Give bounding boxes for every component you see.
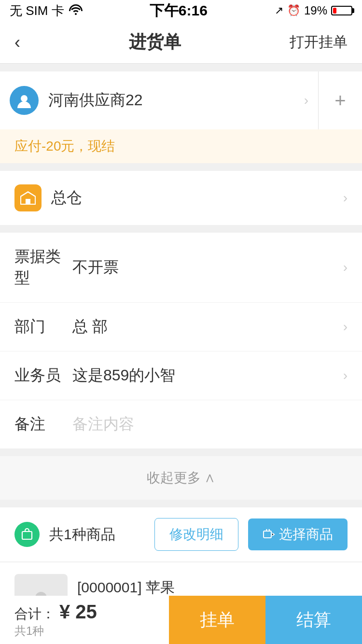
hang-button[interactable]: 挂单 — [169, 596, 265, 644]
invoice-chevron: › — [343, 260, 348, 275]
department-label: 部门 — [14, 316, 72, 337]
page-title: 进货单 — [129, 30, 181, 54]
product-name: [0000001] 苹果 — [77, 578, 323, 598]
supplier-section: 河南供应商22 › + 应付-20元，现结 — [0, 71, 362, 163]
remark-placeholder[interactable]: 备注内容 — [72, 414, 348, 435]
svg-rect-1 — [26, 199, 30, 205]
salesman-label: 业务员 — [14, 365, 72, 386]
battery-percent: 19% — [304, 4, 327, 17]
total-amount: ¥ 25 — [59, 601, 97, 622]
invoice-value: 不开票 — [72, 257, 343, 278]
warehouse-chevron: › — [343, 190, 348, 206]
network-label: 无 SIM 卡 — [10, 2, 64, 19]
alarm-icon: ⏰ — [287, 4, 300, 17]
open-hang-button[interactable]: 打开挂单 — [290, 32, 348, 52]
add-supplier-button[interactable]: + — [319, 71, 362, 129]
department-row[interactable]: 部门 总 部 › — [0, 303, 362, 351]
total-count: 共1种 — [14, 623, 154, 639]
department-chevron: › — [343, 319, 348, 335]
products-count: 共1种商品 — [49, 525, 145, 545]
status-left: 无 SIM 卡 — [10, 2, 83, 19]
salesman-value: 这是859的小智 — [72, 365, 343, 386]
warehouse-name: 总仓 — [51, 187, 343, 209]
products-header: 共1种商品 修改明细 选择商品 — [0, 507, 362, 561]
supplier-main[interactable]: 河南供应商22 › — [0, 71, 319, 129]
invoice-row[interactable]: 票据类型 不开票 › — [0, 233, 362, 303]
supplier-chevron: › — [304, 93, 308, 108]
warehouse-section: 总仓 › — [0, 171, 362, 225]
products-icon — [14, 522, 40, 547]
battery-icon — [331, 6, 352, 15]
total-section: 合计： ¥ 25 共1种 — [0, 601, 169, 639]
remark-row[interactable]: 备注 备注内容 — [0, 400, 362, 448]
warehouse-icon — [14, 184, 42, 211]
back-button[interactable]: ‹ — [14, 32, 20, 53]
bottom-bar: 合计： ¥ 25 共1种 挂单 结算 — [0, 596, 362, 644]
supplier-name: 河南供应商22 — [48, 90, 304, 111]
collapse-label: 收起更多 ∧ — [147, 469, 216, 487]
supplier-avatar — [10, 86, 39, 115]
status-bar: 无 SIM 卡 下午6:16 ↗ ⏰ 19% — [0, 0, 362, 21]
invoice-label: 票据类型 — [14, 246, 72, 289]
remark-label: 备注 — [14, 414, 72, 435]
location-icon: ↗ — [275, 4, 283, 17]
warehouse-row[interactable]: 总仓 › — [0, 171, 362, 225]
status-right: ↗ ⏰ 19% — [275, 4, 352, 17]
salesman-chevron: › — [343, 368, 348, 383]
wifi-icon — [69, 3, 83, 18]
department-value: 总 部 — [72, 316, 343, 337]
salesman-row[interactable]: 业务员 这是859的小智 › — [0, 351, 362, 400]
select-products-button[interactable]: 选择商品 — [248, 518, 348, 550]
svg-point-0 — [21, 95, 28, 102]
form-section: 票据类型 不开票 › 部门 总 部 › 业务员 这是859的小智 › 备注 备注… — [0, 233, 362, 448]
supplier-row[interactable]: 河南供应商22 › + — [0, 71, 362, 129]
edit-detail-button[interactable]: 修改明细 — [154, 518, 238, 551]
svg-rect-3 — [264, 531, 271, 538]
svg-rect-2 — [22, 532, 32, 539]
total-label: 合计： — [14, 606, 55, 621]
status-time: 下午6:16 — [150, 1, 208, 21]
collapse-button[interactable]: 收起更多 ∧ — [0, 456, 362, 500]
nav-bar: ‹ 进货单 打开挂单 — [0, 21, 362, 64]
supplier-alert: 应付-20元，现结 — [0, 129, 362, 163]
select-products-label: 选择商品 — [279, 525, 333, 544]
checkout-button[interactable]: 结算 — [265, 596, 362, 644]
